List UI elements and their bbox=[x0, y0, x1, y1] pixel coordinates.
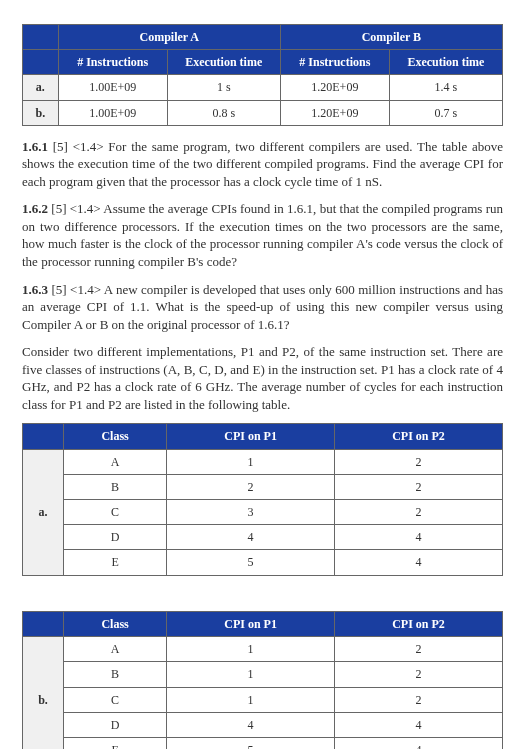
question-number: 1.6.3 bbox=[22, 282, 48, 297]
question-number: 1.6.2 bbox=[22, 201, 48, 216]
cpi-table-b: Class CPI on P1 CPI on P2 b. A 1 2 B 1 2… bbox=[22, 611, 503, 749]
corner-cell bbox=[23, 424, 64, 449]
header-exec-time: Execution time bbox=[167, 50, 280, 75]
cell-p1: 3 bbox=[167, 499, 335, 524]
cell-b-instr: 1.20E+09 bbox=[280, 75, 389, 100]
compiler-table: Compiler A Compiler B # Instructions Exe… bbox=[22, 24, 503, 126]
table-row: B 1 2 bbox=[23, 662, 503, 687]
header-class: Class bbox=[64, 612, 167, 637]
cell-a-exec: 0.8 s bbox=[167, 100, 280, 125]
cell-p2: 2 bbox=[335, 637, 503, 662]
intro-paragraph: Consider two different implementations, … bbox=[22, 343, 503, 413]
cell-p2: 2 bbox=[335, 499, 503, 524]
table-row: b. A 1 2 bbox=[23, 637, 503, 662]
cell-b-exec: 0.7 s bbox=[389, 100, 502, 125]
cell-p2: 4 bbox=[335, 550, 503, 575]
question-163: 1.6.3 [5] <1.4> A new compiler is develo… bbox=[22, 281, 503, 334]
cell-p1: 1 bbox=[167, 687, 335, 712]
corner-cell bbox=[23, 612, 64, 637]
cell-b-instr: 1.20E+09 bbox=[280, 100, 389, 125]
cpi-table-a: Class CPI on P1 CPI on P2 a. A 1 2 B 2 2… bbox=[22, 423, 503, 575]
cell-class: E bbox=[64, 738, 167, 749]
header-instructions: # Instructions bbox=[58, 50, 167, 75]
cell-p1: 5 bbox=[167, 550, 335, 575]
header-cpi-p2: CPI on P2 bbox=[335, 612, 503, 637]
header-class: Class bbox=[64, 424, 167, 449]
cell-b-exec: 1.4 s bbox=[389, 75, 502, 100]
cell-a-exec: 1 s bbox=[167, 75, 280, 100]
header-cpi-p1: CPI on P1 bbox=[167, 424, 335, 449]
corner-cell bbox=[23, 50, 59, 75]
table-row: B 2 2 bbox=[23, 474, 503, 499]
cell-class: D bbox=[64, 525, 167, 550]
cell-class: B bbox=[64, 662, 167, 687]
cell-p1: 4 bbox=[167, 525, 335, 550]
cell-p2: 2 bbox=[335, 687, 503, 712]
question-tag: [5] <1.4> bbox=[53, 139, 104, 154]
row-label: a. bbox=[23, 449, 64, 575]
header-compiler-a: Compiler A bbox=[58, 25, 280, 50]
row-label: a. bbox=[23, 75, 59, 100]
cell-class: B bbox=[64, 474, 167, 499]
cell-p1: 4 bbox=[167, 712, 335, 737]
cell-class: C bbox=[64, 687, 167, 712]
cell-class: A bbox=[64, 637, 167, 662]
cell-p1: 1 bbox=[167, 637, 335, 662]
cell-p2: 2 bbox=[335, 474, 503, 499]
cell-p1: 1 bbox=[167, 449, 335, 474]
cell-p1: 1 bbox=[167, 662, 335, 687]
table-row: D 4 4 bbox=[23, 712, 503, 737]
table-row: a. 1.00E+09 1 s 1.20E+09 1.4 s bbox=[23, 75, 503, 100]
header-cpi-p2: CPI on P2 bbox=[335, 424, 503, 449]
cell-p2: 2 bbox=[335, 449, 503, 474]
cell-class: A bbox=[64, 449, 167, 474]
table-row: C 1 2 bbox=[23, 687, 503, 712]
question-161: 1.6.1 [5] <1.4> For the same program, tw… bbox=[22, 138, 503, 191]
question-number: 1.6.1 bbox=[22, 139, 48, 154]
cell-a-instr: 1.00E+09 bbox=[58, 100, 167, 125]
cell-p2: 4 bbox=[335, 525, 503, 550]
header-instructions: # Instructions bbox=[280, 50, 389, 75]
row-label: b. bbox=[23, 637, 64, 749]
table-row: D 4 4 bbox=[23, 525, 503, 550]
cell-a-instr: 1.00E+09 bbox=[58, 75, 167, 100]
table-row: a. A 1 2 bbox=[23, 449, 503, 474]
table-row: b. 1.00E+09 0.8 s 1.20E+09 0.7 s bbox=[23, 100, 503, 125]
table-row: C 3 2 bbox=[23, 499, 503, 524]
row-label: b. bbox=[23, 100, 59, 125]
header-cpi-p1: CPI on P1 bbox=[167, 612, 335, 637]
question-tag: [5] <1.4> bbox=[51, 282, 101, 297]
cell-p1: 2 bbox=[167, 474, 335, 499]
header-exec-time: Execution time bbox=[389, 50, 502, 75]
corner-cell bbox=[23, 25, 59, 50]
cell-p2: 4 bbox=[335, 712, 503, 737]
cell-p2: 4 bbox=[335, 738, 503, 749]
table-row: E 5 4 bbox=[23, 738, 503, 749]
cell-p1: 5 bbox=[167, 738, 335, 749]
cell-class: D bbox=[64, 712, 167, 737]
question-162: 1.6.2 [5] <1.4> Assume the average CPIs … bbox=[22, 200, 503, 270]
cell-p2: 2 bbox=[335, 662, 503, 687]
cell-class: E bbox=[64, 550, 167, 575]
cell-class: C bbox=[64, 499, 167, 524]
header-compiler-b: Compiler B bbox=[280, 25, 502, 50]
table-row: E 5 4 bbox=[23, 550, 503, 575]
question-tag: [5] <1.4> bbox=[51, 201, 100, 216]
